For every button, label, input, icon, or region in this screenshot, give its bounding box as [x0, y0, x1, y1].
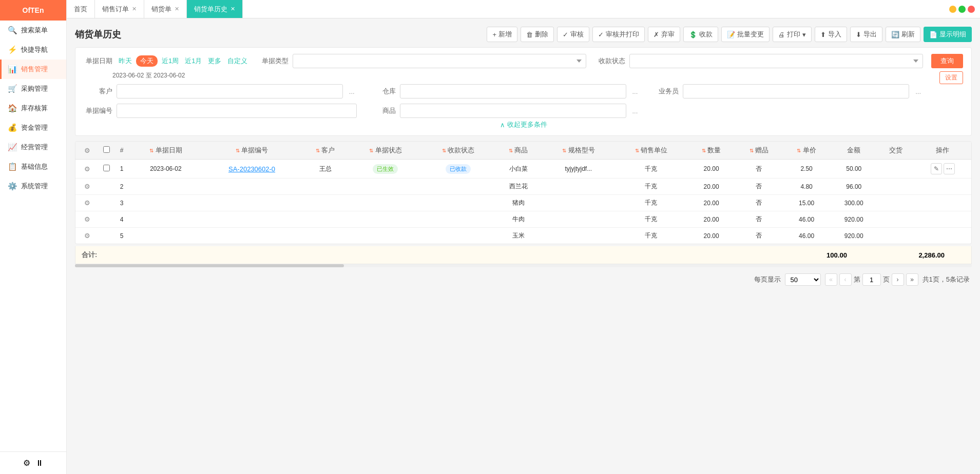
page-size-select[interactable]: 50 100 200 — [785, 273, 821, 286]
sidebar-item-label: 资金管理 — [21, 123, 48, 132]
select-all-checkbox[interactable] — [103, 146, 110, 153]
edit-action-btn[interactable]: ✎ — [931, 163, 942, 174]
tab-home-label: 首页 — [74, 5, 87, 14]
receive-button[interactable]: 💲 收款 — [683, 27, 718, 42]
sidebar-collapse-icon[interactable]: ⏸ — [35, 459, 44, 468]
batch-change-button[interactable]: 📝 批量变更 — [721, 27, 770, 42]
tab-sales-history-label: 销货单历史 — [194, 5, 227, 14]
col-doc-date[interactable]: ⇅ 单据日期 — [129, 142, 202, 160]
col-qty[interactable]: ⇅ 数量 — [687, 142, 735, 160]
col-customer[interactable]: ⇅ 客户 — [301, 142, 349, 160]
tab-sales-order-close[interactable]: ✕ — [132, 6, 137, 12]
sidebar-item-sales-mgmt[interactable]: 📊 销售管理 — [0, 60, 66, 79]
shortcut-custom[interactable]: 自定义 — [225, 55, 249, 67]
row-gear-icon[interactable]: ⚙ — [84, 199, 90, 207]
staff-input[interactable] — [683, 84, 909, 98]
col-pay-status[interactable]: ⇅ 收款状态 — [422, 142, 495, 160]
warehouse-input[interactable] — [400, 84, 626, 98]
tab-sales-delivery[interactable]: 销货单 ✕ — [144, 0, 187, 18]
sidebar-item-purchase-mgmt[interactable]: 🛒 采购管理 — [0, 79, 66, 98]
more-action-btn[interactable]: ⋯ — [944, 163, 955, 174]
staff-ellipsis[interactable]: ... — [913, 88, 923, 95]
last-page-btn[interactable]: » — [906, 273, 918, 286]
show-detail-button[interactable]: 📄 显示明细 — [924, 27, 972, 42]
import-button[interactable]: ⬆ 导入 — [815, 27, 847, 42]
collapse-button[interactable]: ∧ 收起更多条件 — [84, 120, 963, 129]
row-gear-icon[interactable]: ⚙ — [84, 183, 90, 190]
row-delivery — [877, 228, 914, 244]
col-gift[interactable]: ⇅ 赠品 — [735, 142, 783, 160]
shortcut-yesterday[interactable]: 昨天 — [117, 55, 134, 67]
refresh-button[interactable]: 🔄 刷新 — [886, 27, 920, 42]
sidebar-item-inventory[interactable]: 🏠 库存核算 — [0, 98, 66, 118]
row-gear-icon[interactable]: ⚙ — [84, 215, 90, 223]
sort-icon: ⇅ — [750, 148, 754, 153]
print-button[interactable]: 🖨 打印 ▾ — [773, 27, 812, 42]
table-row: ⚙4牛肉千克20.00否46.00920.00 — [75, 211, 971, 228]
audit-button[interactable]: ✓ 审核 — [557, 27, 589, 42]
sort-icon: ⇅ — [562, 148, 566, 153]
col-price[interactable]: ⇅ 单价 — [783, 142, 831, 160]
delete-icon: 🗑 — [526, 31, 533, 38]
customer-input[interactable] — [117, 84, 343, 98]
sidebar-settings-icon[interactable]: ⚙ — [23, 458, 30, 468]
row-pay-status — [422, 195, 495, 211]
search-menu-icon: 🔍 — [8, 26, 17, 35]
shortcut-more[interactable]: 更多 — [206, 55, 223, 67]
win-close[interactable] — [968, 6, 975, 13]
row-doc-status — [349, 211, 422, 228]
doc-no-link[interactable]: SA-20230602-0 — [228, 165, 275, 173]
col-unit[interactable]: ⇅ 销售单位 — [615, 142, 688, 160]
row-checkbox[interactable] — [103, 165, 110, 171]
next-page-btn[interactable]: › — [892, 273, 904, 286]
sidebar-item-search-menu[interactable]: 🔍 搜索菜单 — [0, 21, 66, 40]
sidebar-item-finance[interactable]: 💰 资金管理 — [0, 118, 66, 137]
add-button[interactable]: + 新增 — [487, 27, 517, 42]
settings-button[interactable]: 设置 — [939, 71, 963, 84]
gear-icon[interactable]: ⚙ — [84, 147, 90, 154]
first-page-btn[interactable]: « — [825, 273, 837, 286]
goods-ellipsis[interactable]: ... — [630, 107, 640, 115]
col-delivery[interactable]: 交货 — [877, 142, 914, 160]
sidebar-item-system[interactable]: ⚙️ 系统管理 — [0, 176, 66, 196]
row-gear: ⚙ — [75, 211, 99, 228]
row-doc-date — [129, 211, 202, 228]
prev-page-btn[interactable]: ‹ — [839, 273, 852, 286]
win-maximize[interactable] — [958, 6, 966, 13]
delete-button[interactable]: 🗑 删除 — [521, 27, 554, 42]
audit-print-button[interactable]: ✓ 审核并打印 — [592, 27, 645, 42]
col-gear[interactable]: ⚙ — [75, 142, 99, 160]
doc-type-select[interactable] — [293, 54, 586, 68]
page-number-input[interactable] — [862, 273, 881, 286]
row-amount: 920.00 — [830, 211, 877, 228]
tab-sales-order[interactable]: 销售订单 ✕ — [95, 0, 144, 18]
row-gear-icon[interactable]: ⚙ — [84, 232, 90, 240]
payment-status-select[interactable] — [629, 54, 923, 68]
col-doc-status[interactable]: ⇅ 单据状态 — [349, 142, 422, 160]
sidebar-item-basic-info[interactable]: 📋 基础信息 — [0, 157, 66, 176]
tab-sales-history-close[interactable]: ✕ — [230, 6, 235, 12]
win-minimize[interactable] — [949, 6, 956, 13]
warehouse-ellipsis[interactable]: ... — [630, 88, 640, 95]
abandon-button[interactable]: ✗ 弃审 — [648, 27, 680, 42]
tab-sales-delivery-close[interactable]: ✕ — [175, 6, 179, 12]
window-controls — [944, 6, 980, 13]
goods-input[interactable] — [400, 104, 626, 118]
shortcut-last30[interactable]: 近1月 — [183, 55, 204, 67]
filter-actions: 查询 设置 — [931, 54, 963, 84]
shortcut-last7[interactable]: 近1周 — [160, 55, 181, 67]
col-doc-no[interactable]: ⇅ 单据编号 — [202, 142, 302, 160]
col-amount[interactable]: 金额 — [830, 142, 877, 160]
sidebar-item-operations[interactable]: 📈 经营管理 — [0, 137, 66, 157]
row-gear-icon[interactable]: ⚙ — [84, 165, 90, 173]
col-goods[interactable]: ⇅ 商品 — [494, 142, 542, 160]
sidebar-item-quick-nav[interactable]: ⚡ 快捷导航 — [0, 40, 66, 60]
tab-home[interactable]: 首页 — [67, 0, 95, 18]
col-spec[interactable]: ⇅ 规格型号 — [542, 142, 615, 160]
doc-no-input[interactable] — [117, 104, 357, 118]
customer-ellipsis[interactable]: ... — [347, 88, 357, 95]
shortcut-today[interactable]: 今天 — [136, 55, 158, 67]
export-button[interactable]: ⬇ 导出 — [850, 27, 882, 42]
query-button[interactable]: 查询 — [931, 54, 963, 68]
tab-sales-history[interactable]: 销货单历史 ✕ — [187, 0, 243, 18]
